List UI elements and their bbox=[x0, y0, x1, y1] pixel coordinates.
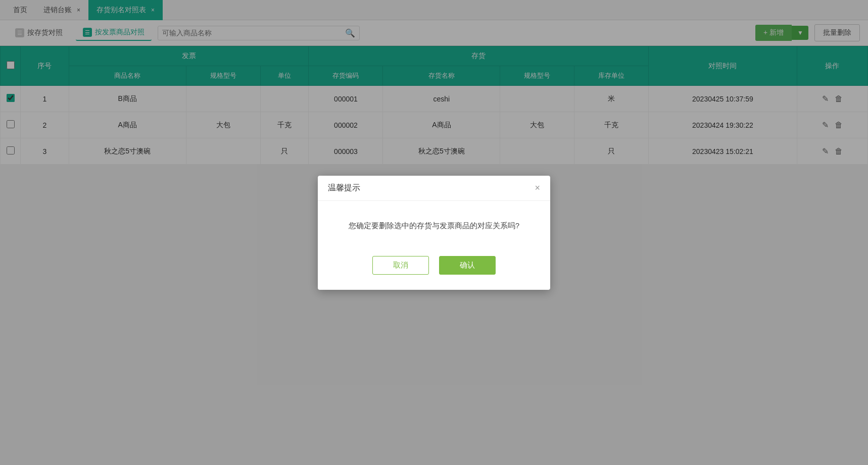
modal-overlay: 温馨提示 × 您确定要删除选中的存货与发票商品的对应关系吗? 取消 确认 bbox=[0, 0, 868, 165]
